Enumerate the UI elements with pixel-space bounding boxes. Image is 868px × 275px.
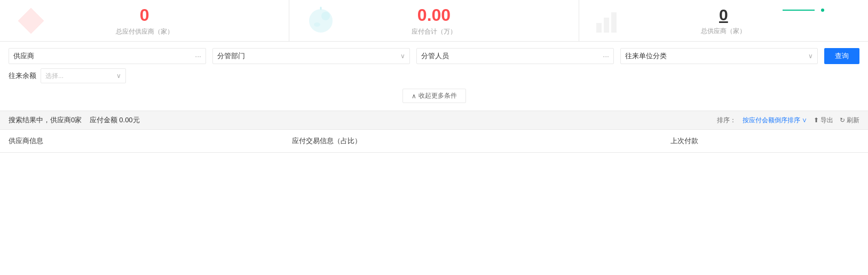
unit-class-filter[interactable]: 往来单位分类 ∨ — [620, 48, 818, 64]
svg-point-2 — [309, 9, 333, 33]
tooltip-line — [783, 10, 815, 11]
supplier-dots-button[interactable]: ··· — [195, 52, 201, 60]
export-label: 导出 — [820, 116, 833, 125]
result-amount-text: 应付金额 0.00元 — [90, 116, 140, 124]
unit-class-arrow: ∨ — [808, 52, 813, 60]
piggy-icon — [305, 5, 336, 36]
total-suppliers-label: 总供应商（家） — [701, 27, 746, 36]
table-col2-header: 应付交易信息（占比） — [292, 136, 670, 146]
sort-value-button[interactable]: 按应付会额倒序排序 ∨ — [743, 116, 807, 125]
department-arrow: ∨ — [400, 52, 405, 60]
query-button[interactable]: 查询 — [824, 48, 859, 64]
person-filter[interactable]: 分管人员 ··· — [416, 48, 614, 64]
svg-point-4 — [314, 22, 320, 27]
stat-payable-suppliers: 0 总应付供应商（家） — [0, 0, 289, 41]
person-dots-button[interactable]: ··· — [603, 52, 609, 60]
balance-label: 往来余额 — [9, 71, 36, 81]
filter-row-2: 往来余额 选择... ∨ — [9, 68, 859, 83]
collapse-label: 收起更多条件 — [419, 91, 457, 100]
filter-area: 供应商 ··· 分管部门 ∨ 分管人员 ··· 往来单位分类 ∨ 查询 往来余额 — [0, 42, 868, 111]
table-body — [0, 153, 868, 275]
collapse-button[interactable]: ∧ 收起更多条件 — [403, 89, 466, 103]
balance-select[interactable]: 选择... ∨ — [41, 68, 126, 83]
sort-label: 排序： — [717, 116, 736, 125]
result-info: 搜索结果中，供应商0家 应付金额 0.00元 — [9, 115, 140, 125]
balance-arrow: ∨ — [116, 72, 121, 80]
export-icon: ⬆ — [814, 116, 819, 124]
supplier-input[interactable] — [37, 52, 195, 60]
table-col3-header: 上次付款 — [670, 136, 859, 146]
svg-point-3 — [321, 12, 330, 20]
chart-icon — [594, 7, 622, 35]
tooltip-wrapper: 快速录单的快捷键说明在这里 × — [783, 7, 825, 13]
person-input[interactable] — [452, 52, 603, 60]
refresh-label: 刷新 — [847, 116, 859, 125]
payable-suppliers-label: 总应付供应商（家） — [116, 27, 173, 36]
filter-row-1: 供应商 ··· 分管部门 ∨ 分管人员 ··· 往来单位分类 ∨ 查询 — [9, 48, 859, 64]
department-label: 分管部门 — [217, 51, 245, 61]
table-col1-header: 供应商信息 — [9, 136, 292, 146]
svg-rect-7 — [604, 18, 609, 33]
payable-amount-label: 应付合计（万） — [412, 27, 456, 36]
result-actions: 排序： 按应付会额倒序排序 ∨ ⬆ 导出 ↻ 刷新 — [717, 116, 859, 125]
refresh-icon: ↻ — [840, 116, 845, 124]
svg-rect-6 — [596, 23, 602, 33]
stat-total-suppliers: 快速录单的快捷键说明在这里 × 0 总供应商（家） — [579, 0, 868, 41]
result-info-text: 搜索结果中，供应商0家 — [9, 116, 82, 124]
unit-class-label: 往来单位分类 — [625, 51, 667, 61]
export-button[interactable]: ⬆ 导出 — [814, 116, 833, 125]
collapse-icon: ∧ — [412, 92, 416, 100]
total-suppliers-number: 0 — [719, 5, 728, 25]
diamond-icon — [16, 6, 46, 36]
supplier-filter[interactable]: 供应商 ··· — [9, 48, 206, 64]
payable-suppliers-number: 0 — [140, 5, 149, 25]
stats-bar: 0 总应付供应商（家） 0.00 应付合计（万） 快速录单的快捷键说明在这里 × — [0, 0, 868, 42]
payable-amount-number: 0.00 — [417, 5, 451, 25]
svg-rect-8 — [611, 12, 617, 33]
department-filter[interactable]: 分管部门 ∨ — [212, 48, 410, 64]
person-label: 分管人员 — [421, 51, 449, 61]
table-header: 供应商信息 应付交易信息（占比） 上次付款 — [0, 130, 868, 153]
refresh-button[interactable]: ↻ 刷新 — [840, 116, 859, 125]
supplier-label: 供应商 — [13, 51, 34, 61]
tooltip-dot — [820, 7, 825, 13]
balance-placeholder: 选择... — [45, 72, 116, 81]
stat-payable-amount: 0.00 应付合计（万） — [289, 0, 579, 41]
result-bar: 搜索结果中，供应商0家 应付金额 0.00元 排序： 按应付会额倒序排序 ∨ ⬆… — [0, 111, 868, 130]
